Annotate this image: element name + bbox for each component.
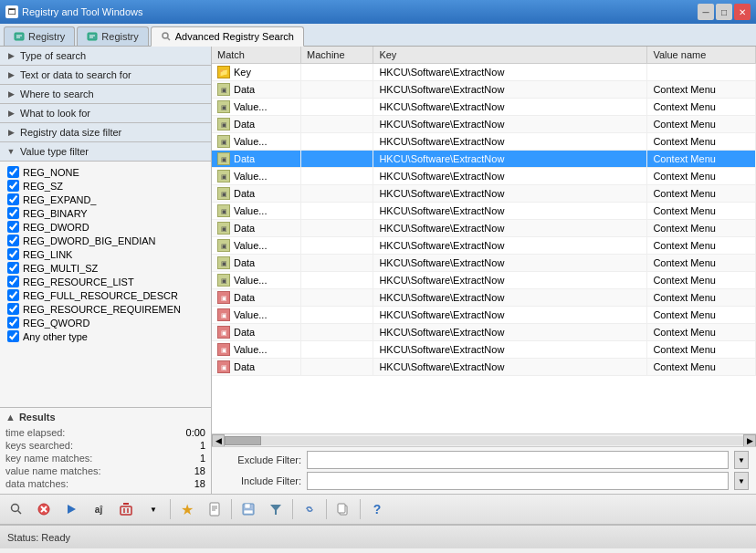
close-button[interactable]: ✕ bbox=[734, 4, 751, 20]
table-row[interactable]: ▣ Value... HKCU\Software\ExtractNow Cont… bbox=[212, 133, 756, 151]
filter-button[interactable] bbox=[263, 497, 289, 521]
tab-registry2-label: Registry bbox=[101, 31, 138, 42]
table-row[interactable]: ▣ Value... HKCU\Software\ExtractNow Cont… bbox=[212, 341, 756, 359]
cell-match: 📁 Key bbox=[212, 64, 300, 81]
table-row[interactable]: 📁 Key HKCU\Software\ExtractNow bbox=[212, 64, 756, 81]
tab-advanced[interactable]: Advanced Registry Search bbox=[151, 26, 304, 47]
include-filter-input[interactable] bbox=[307, 472, 729, 490]
hscroll-right-btn[interactable]: ▶ bbox=[743, 434, 756, 447]
cell-key: HKCU\Software\ExtractNow bbox=[373, 116, 647, 133]
keys-searched-label: keys searched: bbox=[5, 440, 73, 451]
vt-reg-expand-check[interactable] bbox=[7, 193, 19, 205]
cell-match: ▣ Value... bbox=[212, 203, 300, 220]
vt-reg-dword-label: REG_DWORD bbox=[23, 222, 89, 233]
table-row[interactable]: ▣ Data HKCU\Software\ExtractNow Context … bbox=[212, 324, 756, 341]
cell-key: HKCU\Software\ExtractNow bbox=[373, 203, 647, 220]
cell-match: ▣ Value... bbox=[212, 237, 300, 255]
vt-reg-dword-check[interactable] bbox=[7, 221, 19, 233]
search-button[interactable] bbox=[4, 497, 29, 521]
table-row[interactable]: ▣ Value... HKCU\Software\ExtractNow Cont… bbox=[212, 203, 756, 220]
cell-valuename: Context Menu bbox=[647, 151, 756, 168]
tab-registry1[interactable]: Registry bbox=[4, 26, 75, 46]
minimize-button[interactable]: ─ bbox=[698, 4, 714, 20]
delete-button[interactable] bbox=[113, 497, 139, 521]
vt-reg-expand-label: REG_EXPAND_ bbox=[23, 194, 97, 205]
table-row[interactable]: ▣ Data HKCU\Software\ExtractNow Context … bbox=[212, 289, 756, 307]
table-row[interactable]: ▣ Data HKCU\Software\ExtractNow Context … bbox=[212, 255, 756, 272]
table-row[interactable]: ▣ Value... HKCU\Software\ExtractNow Cont… bbox=[212, 168, 756, 185]
advanced-icon bbox=[161, 31, 172, 42]
cell-valuename: Context Menu bbox=[647, 203, 756, 220]
dropdown-button[interactable]: ▼ bbox=[141, 497, 166, 521]
link-button[interactable] bbox=[297, 497, 322, 521]
vt-any-other-check[interactable] bbox=[7, 330, 19, 342]
vt-reg-link: REG_LINK bbox=[7, 247, 204, 261]
toolbar: aĵ ▼ ★ ? bbox=[0, 494, 756, 525]
vt-reg-link-check[interactable] bbox=[7, 248, 19, 260]
vt-reg-req-label: REG_RESOURCE_REQUIREMEN bbox=[23, 304, 181, 315]
section-data-size[interactable]: Registry data size filter bbox=[0, 123, 211, 142]
table-row[interactable]: ▣ Data HKCU\Software\ExtractNow Context … bbox=[212, 116, 756, 133]
table-row[interactable]: ▣ Data HKCU\Software\ExtractNow Context … bbox=[212, 185, 756, 203]
col-machine: Machine bbox=[300, 47, 373, 64]
chevron-where-search bbox=[5, 89, 16, 99]
table-row[interactable]: ▣ Data HKCU\Software\ExtractNow Context … bbox=[212, 151, 756, 168]
cell-key: HKCU\Software\ExtractNow bbox=[373, 151, 647, 168]
vt-reg-none-check[interactable] bbox=[7, 166, 19, 178]
exclude-filter-input[interactable] bbox=[307, 451, 729, 469]
cell-machine bbox=[300, 324, 373, 341]
cell-key: HKCU\Software\ExtractNow bbox=[373, 307, 647, 324]
cell-valuename: Context Menu bbox=[647, 99, 756, 116]
table-row[interactable]: ▣ Value... HKCU\Software\ExtractNow Cont… bbox=[212, 237, 756, 255]
star-button[interactable]: ★ bbox=[174, 497, 200, 521]
section-text-data[interactable]: Text or data to search for bbox=[0, 66, 211, 85]
section-what-look[interactable]: What to look for bbox=[0, 104, 211, 123]
results-table: Match Machine Key Value name 📁 Key HKCU\… bbox=[212, 47, 756, 376]
section-type-of-search[interactable]: Type of search bbox=[0, 47, 211, 66]
maximize-button[interactable]: □ bbox=[716, 4, 732, 20]
hscroll-left-btn[interactable]: ◀ bbox=[212, 434, 225, 447]
table-row[interactable]: ▣ Data HKCU\Software\ExtractNow Context … bbox=[212, 220, 756, 237]
status-text: Status: Ready bbox=[7, 532, 70, 543]
copy-button[interactable] bbox=[331, 497, 356, 521]
hscroll-track[interactable] bbox=[225, 436, 743, 445]
stop-button[interactable] bbox=[31, 497, 57, 521]
include-filter-dropdown[interactable]: ▼ bbox=[734, 472, 749, 490]
vt-reg-sz-check[interactable] bbox=[7, 180, 19, 192]
vt-reg-link-label: REG_LINK bbox=[23, 249, 72, 260]
table-row[interactable]: ▣ Value... HKCU\Software\ExtractNow Cont… bbox=[212, 307, 756, 324]
vt-reg-full-check[interactable] bbox=[7, 289, 19, 301]
cell-machine bbox=[300, 168, 373, 185]
save-button[interactable] bbox=[236, 497, 261, 521]
cell-match: ▣ Data bbox=[212, 185, 300, 203]
data-icon: ▣ bbox=[217, 256, 230, 269]
cell-match: ▣ Data bbox=[212, 324, 300, 341]
cell-key: HKCU\Software\ExtractNow bbox=[373, 220, 647, 237]
svg-marker-13 bbox=[68, 505, 76, 514]
table-row[interactable]: ▣ Data HKCU\Software\ExtractNow Context … bbox=[212, 359, 756, 376]
section-value-type[interactable]: Value type filter bbox=[0, 142, 211, 162]
abc-button[interactable]: aĵ bbox=[86, 497, 111, 521]
go-button[interactable] bbox=[58, 497, 84, 521]
vt-reg-multi-check[interactable] bbox=[7, 262, 19, 274]
hscroll-thumb[interactable] bbox=[225, 436, 261, 445]
svg-rect-23 bbox=[245, 504, 250, 508]
vt-reg-qword-check[interactable] bbox=[7, 317, 19, 329]
doc-button[interactable] bbox=[202, 497, 227, 521]
vt-reg-dword-big-check[interactable] bbox=[7, 235, 19, 246]
section-where-search[interactable]: Where to search bbox=[0, 85, 211, 104]
results-grid[interactable]: Match Machine Key Value name 📁 Key HKCU\… bbox=[212, 47, 756, 433]
table-row[interactable]: ▣ Value... HKCU\Software\ExtractNow Cont… bbox=[212, 99, 756, 116]
vt-reg-req-check[interactable] bbox=[7, 303, 19, 315]
tab-registry2[interactable]: Registry bbox=[77, 26, 148, 46]
vt-reg-resource-check[interactable] bbox=[7, 276, 19, 287]
exclude-filter-dropdown[interactable]: ▼ bbox=[734, 451, 749, 469]
hscroll-bar[interactable]: ◀ ▶ bbox=[212, 433, 756, 446]
table-row[interactable]: ▣ Data HKCU\Software\ExtractNow Context … bbox=[212, 81, 756, 99]
cell-valuename: Context Menu bbox=[647, 307, 756, 324]
data-icon: ▣ bbox=[217, 187, 230, 200]
svg-rect-14 bbox=[121, 506, 131, 515]
help-button[interactable]: ? bbox=[364, 497, 390, 521]
table-row[interactable]: ▣ Value... HKCU\Software\ExtractNow Cont… bbox=[212, 272, 756, 289]
vt-reg-binary-check[interactable] bbox=[7, 207, 19, 219]
